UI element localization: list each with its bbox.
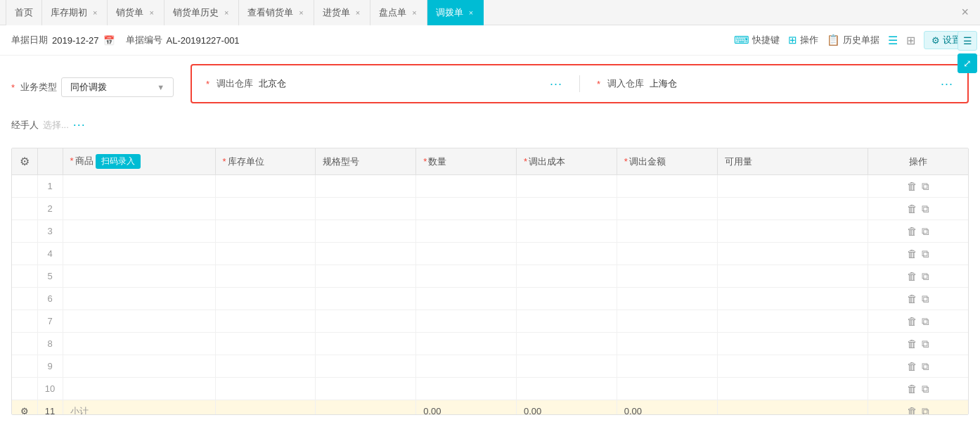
tab-purchase[interactable]: 进货单 ×: [314, 0, 370, 25]
row-amount[interactable]: [617, 355, 717, 378]
row-delete-icon[interactable]: 🗑: [907, 293, 917, 305]
row-unit[interactable]: [215, 243, 316, 265]
row-quantity[interactable]: [416, 175, 517, 198]
row-unit[interactable]: [215, 265, 316, 288]
row-quantity[interactable]: [416, 288, 517, 310]
row-spec[interactable]: [316, 243, 416, 265]
row-spec[interactable]: [316, 175, 416, 198]
row-product[interactable]: [63, 310, 215, 333]
row-amount[interactable]: [617, 310, 717, 333]
row-unit[interactable]: [215, 310, 316, 333]
row-quantity[interactable]: [416, 310, 517, 333]
row-cost[interactable]: [516, 288, 617, 310]
row-copy-icon[interactable]: ⧉: [922, 338, 929, 350]
row-copy-icon[interactable]: ⧉: [922, 360, 929, 373]
row-delete-icon[interactable]: 🗑: [907, 405, 917, 415]
row-spec[interactable]: [316, 355, 416, 378]
row-cost[interactable]: [516, 220, 617, 243]
row-delete-icon[interactable]: 🗑: [907, 270, 917, 282]
row-cost[interactable]: [516, 310, 617, 333]
window-close-btn[interactable]: ×: [955, 5, 974, 20]
right-panel-expand-btn[interactable]: ⤢: [958, 53, 977, 73]
row-amount[interactable]: [617, 175, 717, 198]
row-copy-icon[interactable]: ⧉: [922, 248, 929, 260]
row-product[interactable]: [63, 288, 215, 310]
handler-select[interactable]: 选择...: [43, 119, 69, 132]
row-quantity[interactable]: [416, 243, 517, 265]
row-copy-icon[interactable]: ⧉: [922, 383, 929, 395]
row-product[interactable]: [63, 198, 215, 220]
row-delete-icon[interactable]: 🗑: [907, 315, 917, 327]
row-unit[interactable]: [215, 333, 316, 355]
scan-btn[interactable]: 扫码录入: [96, 154, 141, 169]
row-spec[interactable]: [316, 265, 416, 288]
tab-home[interactable]: 首页: [6, 0, 42, 25]
row-product[interactable]: [63, 175, 215, 198]
row-delete-icon[interactable]: 🗑: [907, 203, 917, 215]
row-quantity[interactable]: [416, 355, 517, 378]
row-spec[interactable]: [316, 198, 416, 220]
row-product[interactable]: [63, 333, 215, 355]
row-unit[interactable]: [215, 175, 316, 198]
row-cost[interactable]: [516, 333, 617, 355]
row-product[interactable]: [63, 220, 215, 243]
row-copy-icon[interactable]: ⧉: [922, 405, 929, 416]
row-available[interactable]: [717, 310, 868, 333]
row-cost[interactable]: [516, 378, 617, 400]
row-product[interactable]: [63, 243, 215, 265]
row-unit[interactable]: [215, 378, 316, 400]
row-copy-icon[interactable]: ⧉: [922, 180, 929, 193]
row-delete-icon[interactable]: 🗑: [907, 383, 917, 395]
row-cost[interactable]: [516, 265, 617, 288]
row-amount[interactable]: [617, 265, 717, 288]
row-product[interactable]: [63, 355, 215, 378]
row-cost[interactable]: [516, 355, 617, 378]
row-copy-icon[interactable]: ⧉: [922, 270, 929, 283]
row-copy-icon[interactable]: ⧉: [922, 203, 929, 215]
tab-sales-history-close[interactable]: ×: [223, 8, 230, 17]
row-available[interactable]: [717, 175, 868, 198]
warehouse-in-more-btn[interactable]: ···: [941, 77, 953, 91]
row-quantity[interactable]: [416, 265, 517, 288]
row-unit[interactable]: [215, 288, 316, 310]
row-cost[interactable]: [516, 243, 617, 265]
row-spec[interactable]: [316, 333, 416, 355]
tab-inventory[interactable]: 库存期初 ×: [42, 0, 108, 25]
row-available[interactable]: [717, 265, 868, 288]
row-available[interactable]: [717, 333, 868, 355]
row-available[interactable]: [717, 220, 868, 243]
row-cost[interactable]: [516, 198, 617, 220]
row-spec[interactable]: [316, 310, 416, 333]
tab-view-sales[interactable]: 查看销货单 ×: [239, 0, 314, 25]
operation-btn[interactable]: ⊞ 操作: [788, 34, 818, 46]
layout-grid-btn[interactable]: ⊞: [906, 34, 915, 47]
row-copy-icon[interactable]: ⧉: [922, 315, 929, 328]
row-quantity[interactable]: [416, 198, 517, 220]
row-available[interactable]: [717, 198, 868, 220]
tab-purchase-close[interactable]: ×: [354, 8, 361, 17]
tab-inventory-close[interactable]: ×: [91, 8, 98, 17]
row-available[interactable]: [717, 288, 868, 310]
shortcut-btn[interactable]: ⌨ 快捷键: [734, 34, 780, 46]
row-cost[interactable]: [516, 175, 617, 198]
row-spec[interactable]: [316, 378, 416, 400]
row-available[interactable]: [717, 243, 868, 265]
row-product[interactable]: [63, 265, 215, 288]
row-amount[interactable]: [617, 243, 717, 265]
history-btn[interactable]: 📋 历史单据: [827, 34, 879, 46]
row-unit[interactable]: [215, 355, 316, 378]
row-spec[interactable]: [316, 288, 416, 310]
row-amount[interactable]: [617, 333, 717, 355]
row-amount[interactable]: [617, 220, 717, 243]
row-delete-icon[interactable]: 🗑: [907, 225, 917, 237]
tab-inventory-check[interactable]: 盘点单 ×: [370, 0, 427, 25]
handler-more-btn[interactable]: ···: [73, 117, 86, 132]
tab-sales-history[interactable]: 销货单历史 ×: [165, 0, 239, 25]
row-spec[interactable]: [316, 220, 416, 243]
tab-transfer[interactable]: 调拨单 ×: [427, 0, 484, 25]
row-delete-icon[interactable]: 🗑: [907, 360, 917, 372]
tab-inventory-check-close[interactable]: ×: [411, 8, 418, 17]
col-gear[interactable]: ⚙: [12, 148, 37, 175]
row-amount[interactable]: [617, 198, 717, 220]
row-copy-icon[interactable]: ⧉: [922, 293, 929, 305]
